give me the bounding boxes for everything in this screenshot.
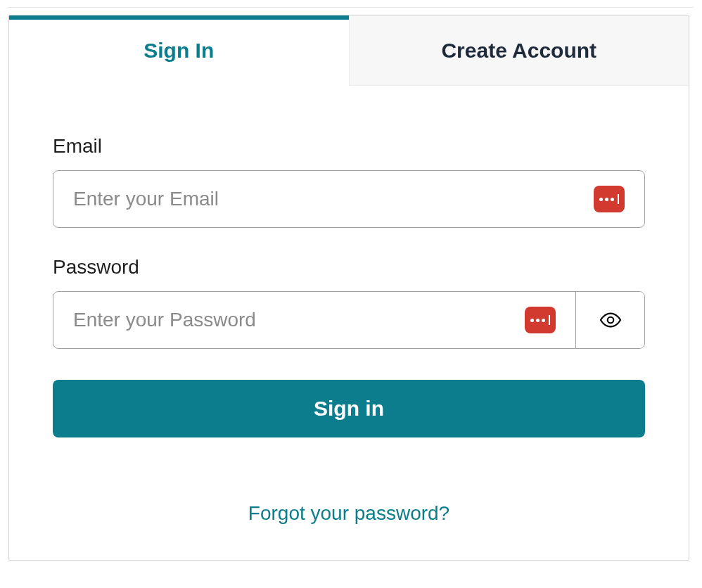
password-field[interactable] (73, 309, 516, 331)
email-input-inner (53, 186, 644, 212)
email-input-row (53, 170, 645, 228)
tab-sign-in-label: Sign In (143, 39, 214, 63)
sign-in-button[interactable]: Sign in (53, 380, 645, 437)
auth-card: Sign In Create Account Email (8, 15, 689, 561)
tab-create-account[interactable]: Create Account (349, 15, 689, 86)
forgot-password-label: Forgot your password? (248, 502, 449, 524)
sign-in-button-label: Sign in (314, 397, 384, 420)
svg-point-0 (607, 317, 613, 324)
tab-sign-in[interactable]: Sign In (9, 15, 349, 86)
toggle-password-visibility[interactable] (575, 292, 644, 348)
password-manager-icon[interactable] (525, 307, 556, 333)
password-label: Password (53, 256, 645, 279)
email-label: Email (53, 135, 645, 158)
email-group: Email (53, 135, 645, 228)
sign-in-form: Email Password (9, 86, 689, 553)
eye-icon (599, 309, 622, 331)
auth-tabs: Sign In Create Account (9, 15, 689, 86)
email-field[interactable] (73, 188, 585, 210)
password-manager-icon[interactable] (594, 186, 625, 212)
password-group: Password (53, 256, 645, 349)
forgot-password-link[interactable]: Forgot your password? (53, 502, 645, 525)
password-input-inner (53, 307, 575, 333)
top-divider (8, 7, 694, 8)
tab-create-account-label: Create Account (441, 39, 596, 63)
password-input-row (53, 291, 645, 349)
